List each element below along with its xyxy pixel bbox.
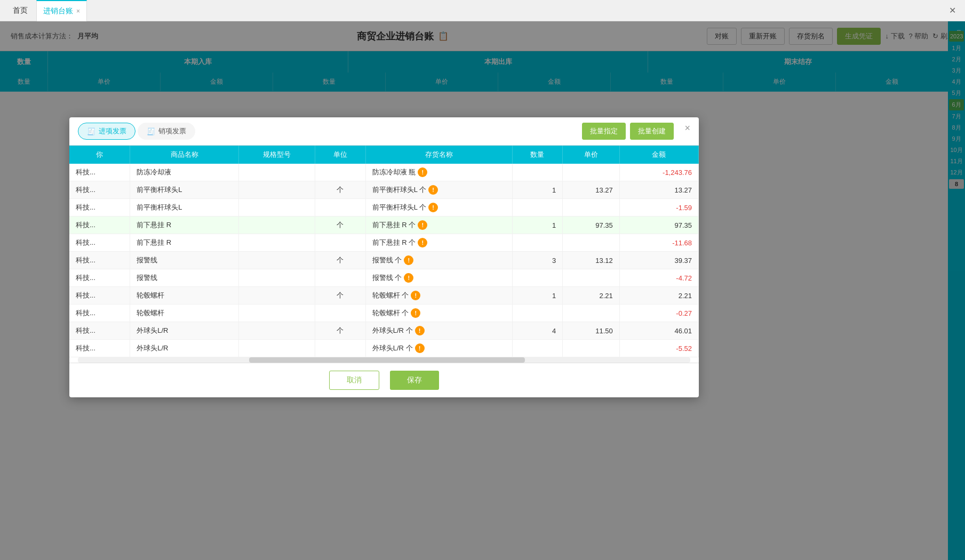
- warning-icon: !: [415, 343, 425, 353]
- table-row: 科技...轮毂螺杆个轮毂螺杆 个!12.212.21: [69, 287, 699, 305]
- table-row: 科技...轮毂螺杆轮毂螺杆 个!-0.27: [69, 305, 699, 322]
- table-row: 科技...外球头L/R外球头L/R 个!-5.52: [69, 340, 699, 357]
- warning-icon: !: [415, 326, 425, 335]
- warning-icon: !: [411, 308, 420, 318]
- table-row: 科技...防冻冷却液防冻冷却液 瓶!-1,243.76: [69, 164, 699, 181]
- dialog-footer: 取消 保存: [69, 363, 699, 397]
- table-row: 科技...前平衡杆球头L前平衡杆球头L 个!-1.59: [69, 199, 699, 217]
- dialog-body: 你 商品名称 规格型号 单位 存货名称 数量 单价 金额 科技...防冻冷却液防…: [69, 146, 699, 357]
- warning-icon: !: [404, 273, 413, 283]
- warning-icon: !: [418, 238, 427, 247]
- dialog-header-right: 批量指定 批量创建 ×: [582, 123, 690, 140]
- dialog-header: 🧾 进项发票 🧾 销项发票 批量指定 批量创建 ×: [69, 117, 699, 146]
- cancel-button[interactable]: 取消: [329, 371, 379, 390]
- tab-sale-invoice[interactable]: 🧾 销项发票: [138, 123, 195, 140]
- col-inventory: 存货名称: [365, 146, 512, 164]
- col-unit-price: 单价: [563, 146, 620, 164]
- col-unit: 单位: [315, 146, 366, 164]
- main-area: 销售成本计算方法： 月平均 商贸企业进销台账 📋 对账 重新开账 存货别名 生成…: [0, 21, 965, 560]
- window-close-button[interactable]: ✕: [946, 4, 959, 17]
- tab-purchase-invoice[interactable]: 🧾 进项发票: [78, 123, 135, 140]
- col-product: 商品名称: [130, 146, 239, 164]
- tab-active[interactable]: 进销台账 ×: [36, 0, 87, 21]
- col-amount: 金额: [619, 146, 698, 164]
- batch-assign-button[interactable]: 批量指定: [582, 123, 626, 140]
- warning-icon: !: [411, 291, 420, 300]
- dialog-close-button[interactable]: ×: [684, 123, 690, 140]
- dialog: 🧾 进项发票 🧾 销项发票 批量指定 批量创建 × 你 商: [69, 117, 699, 397]
- batch-create-button[interactable]: 批量创建: [630, 123, 674, 140]
- tab-bar: 首页 进销台账 × ✕: [0, 0, 965, 21]
- warning-icon: !: [428, 203, 438, 212]
- col-quantity: 数量: [512, 146, 563, 164]
- col-spec: 规格型号: [239, 146, 315, 164]
- warning-icon: !: [418, 220, 427, 230]
- horizontal-scrollbar[interactable]: [78, 357, 690, 363]
- purchase-invoice-icon: 🧾: [87, 127, 95, 135]
- tab-home[interactable]: 首页: [4, 0, 36, 21]
- warning-icon: !: [418, 167, 427, 177]
- scrollbar-thumb[interactable]: [249, 357, 525, 363]
- save-button[interactable]: 保存: [390, 371, 439, 390]
- table-row: 科技...前平衡杆球头L个前平衡杆球头L 个!113.2713.27: [69, 181, 699, 199]
- table-row: 科技...前下悬挂 R前下悬挂 R 个!-11.68: [69, 234, 699, 252]
- sale-invoice-icon: 🧾: [147, 127, 155, 135]
- table-row: 科技...报警线报警线 个!-4.72: [69, 269, 699, 287]
- invoice-table: 你 商品名称 规格型号 单位 存货名称 数量 单价 金额 科技...防冻冷却液防…: [69, 146, 699, 357]
- table-row: 科技...前下悬挂 R个前下悬挂 R 个!197.3597.35: [69, 217, 699, 234]
- warning-icon: !: [428, 185, 438, 195]
- dialog-tabs: 🧾 进项发票 🧾 销项发票: [78, 123, 195, 140]
- table-row: 科技...外球头L/R个外球头L/R 个!411.5046.01: [69, 322, 699, 340]
- table-row: 科技...报警线个报警线 个!313.1239.37: [69, 252, 699, 269]
- col-supplier: 你: [69, 146, 130, 164]
- tab-close-icon[interactable]: ×: [76, 7, 80, 15]
- warning-icon: !: [404, 255, 413, 265]
